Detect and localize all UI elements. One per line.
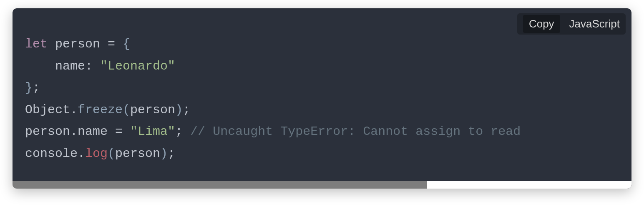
string-leonardo: "Leonardo" (100, 59, 175, 73)
dot: . (70, 124, 78, 139)
paren-close: ) (160, 147, 168, 161)
space (183, 124, 190, 139)
brace-close: } (25, 81, 33, 95)
indent (25, 59, 55, 73)
semicolon: ; (168, 147, 175, 161)
identifier-person: person (25, 124, 70, 139)
semicolon: ; (33, 81, 40, 95)
horizontal-scrollbar[interactable] (13, 181, 631, 189)
semicolon: ; (175, 124, 183, 139)
identifier-object: Object (25, 103, 70, 117)
paren-open: ( (123, 103, 130, 117)
comment-error: // Uncaught TypeError: Cannot assign to … (190, 124, 521, 139)
colon: : (85, 59, 100, 73)
language-label: JavaScript (569, 17, 620, 30)
arg-person: person (115, 147, 160, 161)
copy-button[interactable]: Copy (523, 15, 560, 33)
identifier-console: console (25, 147, 78, 161)
operator-assign: = (100, 37, 123, 51)
code-header-bar: Copy JavaScript (517, 13, 626, 35)
operator-assign: = (108, 124, 130, 139)
brace-open: { (123, 37, 130, 51)
dot: . (70, 103, 78, 117)
identifier-person: person (55, 37, 100, 51)
paren-close: ) (175, 103, 183, 117)
method-log: log (85, 147, 108, 161)
keyword-let: let (25, 37, 48, 51)
method-freeze: freeze (78, 103, 123, 117)
scrollbar-thumb[interactable] (13, 181, 427, 189)
paren-open: ( (108, 147, 115, 161)
property-name: name (78, 124, 108, 139)
property-name: name (55, 59, 85, 73)
dot: . (78, 147, 85, 161)
arg-person: person (130, 103, 175, 117)
semicolon: ; (183, 103, 190, 117)
string-lima: "Lima" (130, 124, 175, 139)
code-block: Copy JavaScript let person = { name: "Le… (13, 8, 631, 189)
